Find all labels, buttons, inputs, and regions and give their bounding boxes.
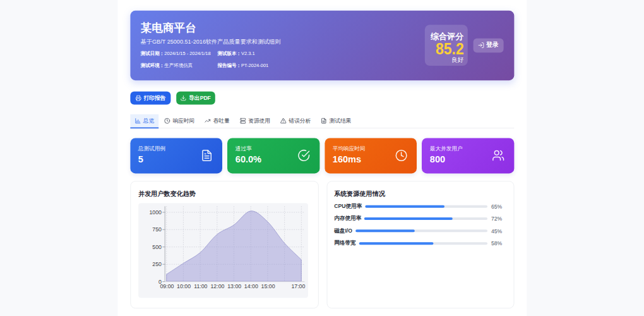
svg-text:10:00: 10:00 [177, 283, 191, 289]
svg-text:17:00: 17:00 [291, 283, 305, 289]
svg-text:12:00: 12:00 [210, 283, 224, 289]
svg-text:11:00: 11:00 [194, 283, 207, 289]
svg-text:750: 750 [152, 227, 162, 233]
svg-text:1000: 1000 [149, 209, 162, 216]
svg-text:09:00: 09:00 [160, 283, 174, 289]
svg-text:500: 500 [152, 244, 162, 250]
svg-text:13:00: 13:00 [227, 283, 241, 289]
svg-text:14:00: 14:00 [244, 283, 258, 289]
svg-text:250: 250 [152, 261, 162, 267]
svg-text:15:00: 15:00 [261, 283, 275, 289]
